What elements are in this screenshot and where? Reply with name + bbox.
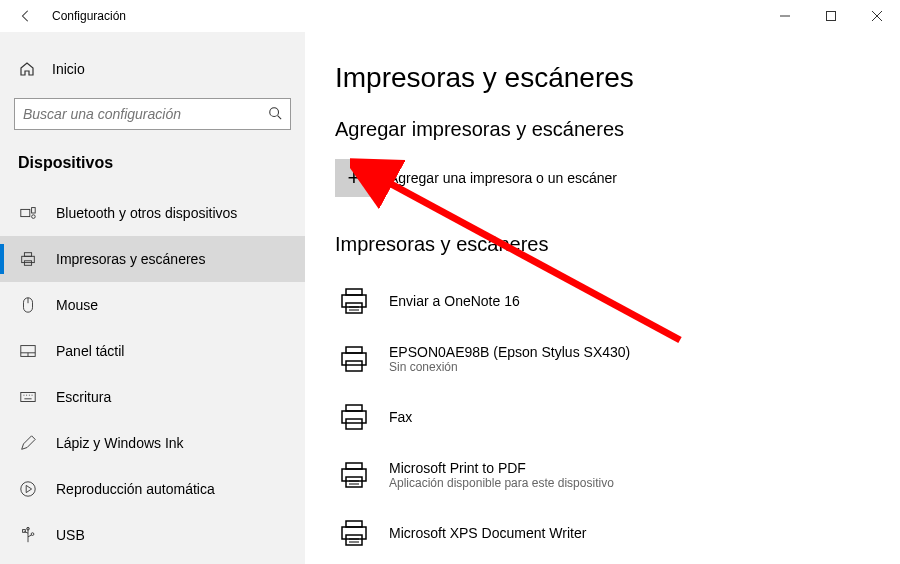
svg-rect-1: [827, 12, 836, 21]
search-input[interactable]: [23, 106, 268, 122]
svg-rect-27: [346, 289, 362, 295]
svg-rect-5: [32, 208, 36, 213]
printer-icon: [18, 249, 38, 269]
svg-rect-4: [21, 209, 30, 216]
sidebar-item-label: Escritura: [56, 389, 111, 405]
add-printer-row[interactable]: + Agregar una impresora o un escáner: [335, 159, 870, 197]
sidebar-item-label: USB: [56, 527, 85, 543]
home-link[interactable]: Inicio: [0, 50, 305, 88]
plus-icon: +: [348, 165, 361, 191]
keyboard-icon: [18, 387, 38, 407]
printer-item[interactable]: EPSON0AE98B (Epson Stylus SX430) Sin con…: [335, 332, 870, 386]
printer-name: Fax: [389, 409, 412, 425]
sidebar-item-label: Reproducción automática: [56, 481, 215, 497]
add-label: Agregar una impresora o un escáner: [389, 170, 617, 186]
close-button[interactable]: [854, 0, 900, 32]
home-icon: [18, 61, 36, 77]
search-icon: [268, 106, 282, 123]
usb-icon: [18, 525, 38, 545]
svg-rect-35: [346, 405, 362, 411]
svg-line-3: [278, 115, 282, 119]
add-button[interactable]: +: [335, 159, 373, 197]
printer-item[interactable]: Fax: [335, 390, 870, 444]
svg-rect-7: [22, 256, 35, 262]
printer-epson-icon: [335, 340, 373, 378]
svg-rect-44: [346, 535, 362, 545]
sidebar-item-printers[interactable]: Impresoras y escáneres: [0, 236, 305, 282]
pen-icon: [18, 433, 38, 453]
back-button[interactable]: [10, 0, 42, 32]
printer-item[interactable]: Microsoft XPS Document Writer: [335, 506, 870, 560]
main-content: Impresoras y escáneres Agregar impresora…: [305, 32, 900, 564]
search-box[interactable]: [14, 98, 291, 130]
printer-sub: Sin conexión: [389, 360, 630, 374]
sidebar-item-label: Impresoras y escáneres: [56, 251, 205, 267]
touchpad-icon: [18, 341, 38, 361]
svg-rect-24: [23, 530, 26, 533]
svg-point-2: [270, 107, 279, 116]
svg-rect-28: [346, 303, 362, 313]
autoplay-icon: [18, 479, 38, 499]
sidebar: Inicio Dispositivos Bluetooth y otros di…: [0, 32, 305, 564]
section-list-heading: Impresoras y escáneres: [335, 233, 870, 256]
sidebar-item-typing[interactable]: Escritura: [0, 374, 305, 420]
sidebar-item-pen[interactable]: Lápiz y Windows Ink: [0, 420, 305, 466]
sidebar-item-label: Panel táctil: [56, 343, 124, 359]
svg-point-6: [32, 215, 36, 219]
section-add-heading: Agregar impresoras y escáneres: [335, 118, 870, 141]
titlebar: Configuración: [0, 0, 900, 32]
printer-fax-icon: [335, 398, 373, 436]
svg-rect-43: [346, 521, 362, 527]
sidebar-item-autoplay[interactable]: Reproducción automática: [0, 466, 305, 512]
svg-point-21: [21, 482, 35, 496]
page-title: Impresoras y escáneres: [335, 62, 870, 94]
printer-name: Microsoft Print to PDF: [389, 460, 614, 476]
home-label: Inicio: [52, 61, 85, 77]
printer-name: EPSON0AE98B (Epson Stylus SX430): [389, 344, 630, 360]
printer-xps-icon: [335, 514, 373, 552]
sidebar-item-bluetooth[interactable]: Bluetooth y otros dispositivos: [0, 190, 305, 236]
svg-rect-39: [346, 477, 362, 487]
mouse-icon: [18, 295, 38, 315]
sidebar-item-mouse[interactable]: Mouse: [0, 282, 305, 328]
svg-point-25: [31, 533, 34, 536]
window-controls: [762, 0, 900, 32]
window-title: Configuración: [52, 9, 126, 23]
printer-name: Enviar a OneNote 16: [389, 293, 520, 309]
printer-name: Microsoft XPS Document Writer: [389, 525, 586, 541]
printer-pdf-icon: [335, 456, 373, 494]
svg-rect-15: [21, 393, 35, 402]
sidebar-item-usb[interactable]: USB: [0, 512, 305, 558]
minimize-button[interactable]: [762, 0, 808, 32]
sidebar-item-label: Bluetooth y otros dispositivos: [56, 205, 237, 221]
maximize-button[interactable]: [808, 0, 854, 32]
sidebar-item-touchpad[interactable]: Panel táctil: [0, 328, 305, 374]
svg-rect-36: [346, 419, 362, 429]
printer-item[interactable]: Microsoft Print to PDF Aplicación dispon…: [335, 448, 870, 502]
printer-onenote-icon: [335, 282, 373, 320]
sidebar-item-label: Lápiz y Windows Ink: [56, 435, 184, 451]
bluetooth-icon: [18, 203, 38, 223]
category-heading: Dispositivos: [0, 144, 305, 190]
printer-sub: Aplicación disponible para este disposit…: [389, 476, 614, 490]
svg-rect-32: [346, 347, 362, 353]
sidebar-item-label: Mouse: [56, 297, 98, 313]
svg-rect-38: [346, 463, 362, 469]
printer-item[interactable]: Enviar a OneNote 16: [335, 274, 870, 328]
svg-rect-33: [346, 361, 362, 371]
svg-rect-8: [24, 253, 31, 257]
